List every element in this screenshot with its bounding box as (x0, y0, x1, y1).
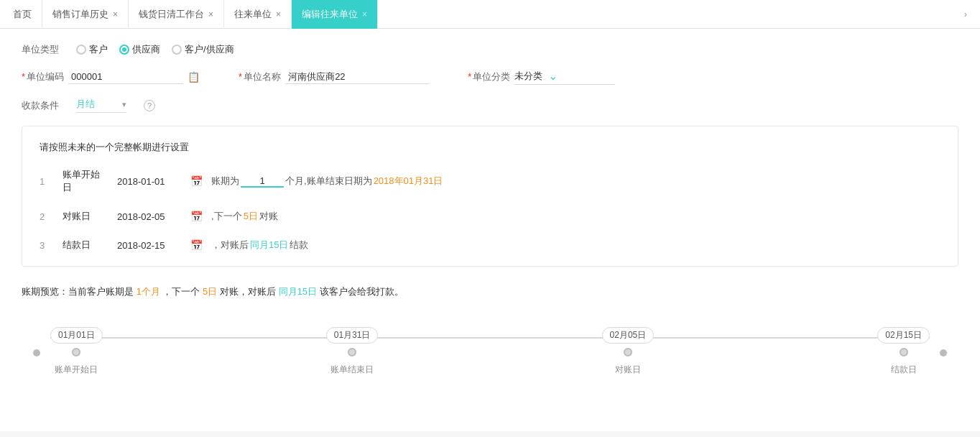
card-title: 请按照未来的一个完整帐期进行设置 (40, 141, 940, 154)
tab-cash-work[interactable]: 钱货日清工作台 × (129, 0, 224, 29)
tab-sales-history-label: 销售订单历史 (52, 8, 108, 21)
unit-code-field: *单位编码 📋 (22, 70, 200, 84)
tab-home-label: 首页 (13, 8, 32, 21)
tl-sub-1: 账单开始日 (55, 364, 98, 376)
copy-icon[interactable]: 📋 (188, 71, 200, 83)
setting-row-2: 2 对账日 2018-02-05 📅 ,下一个 5日 对账 (40, 210, 940, 223)
row-3-num: 3 (40, 240, 54, 251)
timeline-point-2: 01月31日 账单结束日 (326, 327, 379, 376)
unit-category-dropdown[interactable]: 未分类 ⌄ (514, 69, 615, 85)
row-2-date: 2018-02-05 (117, 211, 182, 222)
help-icon[interactable]: ? (144, 100, 155, 111)
timeline-end-dot (940, 349, 947, 356)
tab-sales-history[interactable]: 销售订单历史 × (42, 0, 129, 29)
tl-badge-3: 02月05日 (602, 327, 655, 344)
timeline-points: 01月01日 账单开始日 01月31日 账单结束日 02月05日 对账日 02月… (50, 327, 930, 376)
tab-cash-work-close[interactable]: × (208, 9, 213, 19)
unit-type-label: 单位类型 (22, 43, 59, 56)
timeline: 01月01日 账单开始日 01月31日 账单结束日 02月05日 对账日 02月… (50, 313, 930, 397)
tl-badge-4: 02月15日 (877, 327, 930, 344)
tab-sales-history-close[interactable]: × (113, 9, 118, 19)
tl-sub-4: 结款日 (891, 364, 917, 376)
unit-category-field: *单位分类 未分类 ⌄ (468, 69, 615, 85)
preview-part2: 5日 (203, 286, 217, 297)
row-2-num: 2 (40, 211, 54, 222)
row-3-desc: ，对账后 同月15日 结款 (211, 239, 308, 252)
unit-name-input[interactable] (285, 70, 429, 84)
unit-category-value: 未分类 (514, 70, 542, 83)
row-2-label: 对账日 (63, 210, 108, 223)
row-1-label: 账单开始日 (63, 168, 108, 194)
unit-type-row: 单位类型 客户 供应商 客户/供应商 (22, 43, 958, 56)
tab-home[interactable]: 首页 (6, 0, 42, 29)
tab-cash-work-label: 钱货日清工作台 (139, 8, 204, 21)
row-3-date: 2018-02-15 (117, 240, 182, 251)
radio-customer-circle (76, 45, 86, 55)
tl-sub-2: 账单结束日 (330, 364, 374, 376)
unit-name-field: *单位名称 (239, 70, 429, 84)
row-1-date: 2018-01-01 (117, 176, 182, 187)
row-1-cal-icon[interactable]: 📅 (190, 175, 203, 187)
radio-both-label: 客户/供应商 (185, 43, 234, 56)
timeline-point-1: 01月01日 账单开始日 (50, 327, 103, 376)
tl-dot-1 (72, 348, 80, 356)
preview-part3: 同月15日 (279, 286, 317, 297)
period-input[interactable] (241, 175, 284, 188)
tl-badge-1: 01月01日 (50, 327, 103, 344)
radio-supplier-circle (119, 45, 129, 55)
unit-category-arrow[interactable]: ⌄ (548, 69, 558, 83)
row-3-highlight: 同月15日 (250, 239, 288, 252)
tab-scroll-arrow[interactable]: › (957, 9, 974, 19)
row-2-highlight: 5日 (244, 210, 258, 223)
tab-partner-label: 往来单位 (234, 8, 272, 21)
payment-terms-row: 收款条件 月结 ▾ ? (22, 98, 958, 113)
tab-edit-partner-close[interactable]: × (362, 9, 367, 19)
radio-both-circle (172, 45, 182, 55)
unit-type-radio-group: 客户 供应商 客户/供应商 (76, 43, 234, 56)
tab-bar: 首页 销售订单历史 × 钱货日清工作台 × 往来单位 × 编辑往来单位 × › (0, 0, 980, 29)
row-1-num: 1 (40, 176, 54, 187)
unit-info-row: *单位编码 📋 *单位名称 *单位分类 未分类 ⌄ (22, 69, 958, 85)
row-2-desc: ,下一个 5日 对账 (211, 210, 278, 223)
timeline-start-dot (33, 349, 40, 356)
tl-badge-2: 01月31日 (326, 327, 379, 344)
tab-edit-partner[interactable]: 编辑往来单位 × (292, 0, 378, 29)
unit-code-input[interactable] (68, 70, 183, 84)
preview-part1: 1个月 (137, 286, 160, 297)
tl-dot-4 (900, 348, 908, 356)
row-1-desc: 账期为 个月,账单结束日期为 2018年01月31日 (211, 175, 443, 188)
payment-terms-dropdown[interactable]: 月结 ▾ (76, 98, 126, 113)
setting-row-1: 1 账单开始日 2018-01-01 📅 账期为 个月,账单结束日期为 2018… (40, 168, 940, 194)
settings-card: 请按照未来的一个完整帐期进行设置 1 账单开始日 2018-01-01 📅 账期… (22, 126, 958, 267)
payment-terms-label: 收款条件 (22, 99, 59, 112)
radio-supplier[interactable]: 供应商 (119, 43, 160, 56)
row-2-cal-icon[interactable]: 📅 (190, 211, 203, 222)
payment-terms-value: 月结 (76, 98, 119, 111)
payment-terms-arrow[interactable]: ▾ (122, 100, 126, 109)
preview-text: 账期预览：当前客户账期是 1个月 ，下一个 5日 对账，对账后 同月15日 该客… (22, 278, 958, 313)
timeline-point-4: 02月15日 结款日 (877, 327, 930, 376)
radio-supplier-label: 供应商 (132, 43, 160, 56)
tab-edit-partner-label: 编辑往来单位 (302, 8, 358, 21)
page-content: 单位类型 客户 供应商 客户/供应商 *单位编码 📋 (0, 29, 980, 431)
unit-code-label: *单位编码 (22, 70, 64, 83)
tab-partner[interactable]: 往来单位 × (224, 0, 292, 29)
setting-row-3: 3 结款日 2018-02-15 📅 ，对账后 同月15日 结款 (40, 239, 940, 252)
row-3-cal-icon[interactable]: 📅 (190, 239, 203, 251)
radio-both[interactable]: 客户/供应商 (172, 43, 234, 56)
unit-name-label: *单位名称 (239, 70, 281, 83)
row-3-label: 结款日 (63, 239, 108, 252)
tl-dot-3 (624, 348, 632, 356)
radio-customer-label: 客户 (89, 43, 108, 56)
tl-sub-3: 对账日 (615, 364, 641, 376)
row-1-highlight: 2018年01月31日 (374, 175, 443, 188)
tl-dot-2 (348, 348, 356, 356)
tab-partner-close[interactable]: × (276, 9, 281, 19)
timeline-point-3: 02月05日 对账日 (602, 327, 655, 376)
radio-customer[interactable]: 客户 (76, 43, 108, 56)
unit-category-label: *单位分类 (468, 70, 510, 83)
